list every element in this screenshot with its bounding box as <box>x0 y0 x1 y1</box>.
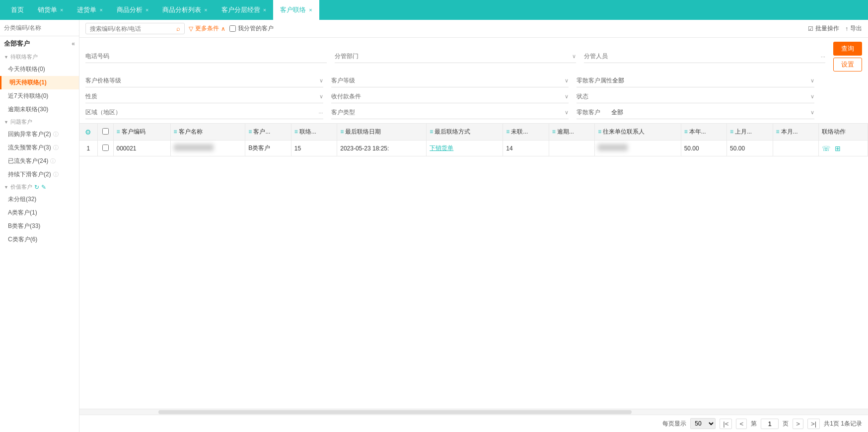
table-header: ⚙ ≡客户编码 ≡客户名称 ≡客户... ≡联络... ≡最后联络日期 ≡最后联… <box>79 124 868 141</box>
nav-customer-contact[interactable]: 客户联络 × <box>273 0 319 20</box>
th-checkbox[interactable] <box>97 124 113 141</box>
table-row: 1 000021 B类客户 15 2023-05-23 18:25: 下销货单 <box>79 141 868 156</box>
per-page-select[interactable]: 50 10 20 100 <box>690 418 716 429</box>
sidebar-item-class-b[interactable]: B类客户(33) <box>0 219 79 233</box>
first-page-button[interactable]: |< <box>720 419 732 429</box>
nav-product-analysis-list[interactable]: 商品分析列表 × <box>155 0 214 20</box>
filter-retail-customer: 零散客户 全部 ∨ <box>577 106 814 119</box>
search-icon[interactable]: ⌕ <box>176 25 180 32</box>
info-icon: ⓘ <box>53 171 59 178</box>
sidebar-item-lost-warning[interactable]: 流失预警客户(3) ⓘ <box>0 141 79 154</box>
chevron-down-icon: ∨ <box>565 109 569 116</box>
sidebar-item-tomorrow[interactable]: 明天待联络(1) <box>0 76 79 89</box>
close-icon[interactable]: × <box>145 7 148 13</box>
horizontal-scrollbar[interactable] <box>79 409 868 415</box>
filter-button[interactable]: ▽ 更多条件 ∧ <box>189 24 225 33</box>
sidebar-item-overdue[interactable]: 逾期未联络(30) <box>0 103 79 116</box>
th-last-contact-date: ≡最后联络日期 <box>337 124 427 141</box>
total-label: 共1页 1条记录 <box>824 420 862 428</box>
filter-phone-input[interactable] <box>120 53 327 60</box>
th-gear[interactable]: ⚙ <box>79 124 97 141</box>
info-icon: ⓘ <box>50 157 56 165</box>
my-customer-checkbox-label[interactable]: 我分管的客户 <box>229 24 274 33</box>
sidebar-item-lost[interactable]: 已流失客户(24) ⓘ <box>0 154 79 168</box>
th-action: 联络动作 <box>818 124 868 141</box>
sidebar-item-7days[interactable]: 近7天待联络(0) <box>0 89 79 103</box>
nav-home[interactable]: 首页 <box>4 0 31 20</box>
next-page-button[interactable]: > <box>793 419 803 429</box>
nav-product-analysis[interactable]: 商品分析 × <box>110 0 155 20</box>
close-icon[interactable]: × <box>309 7 312 13</box>
batch-button[interactable]: ☑ 批量操作 <box>808 24 839 33</box>
query-button[interactable]: 查询 <box>833 42 862 56</box>
last-page-button[interactable]: >| <box>807 419 820 429</box>
filter-dept-label: 分管部门 <box>335 52 369 61</box>
row-last-contact-method[interactable]: 下销货单 <box>427 141 503 156</box>
chevron-down-icon: ∨ <box>810 109 814 116</box>
row-select-checkbox[interactable] <box>102 144 109 151</box>
th-name: ≡客户名称 <box>170 124 245 141</box>
customer-name-blurred <box>174 144 214 151</box>
gear-icon[interactable]: ⚙ <box>85 128 91 136</box>
checkbox-icon: ☑ <box>808 25 813 32</box>
row-index: 1 <box>79 141 97 156</box>
sidebar-all-customers[interactable]: 全部客户 « <box>0 36 79 51</box>
th-type: ≡客户... <box>245 124 291 141</box>
main-layout: ⌕ 全部客户 « 待联络客户 今天待联络(0) 明天待联络(1) 近7天待联络(… <box>0 20 868 432</box>
sidebar-item-repurchase-abnormal[interactable]: 回购异常客户(2) ⓘ <box>0 128 79 141</box>
close-icon[interactable]: × <box>60 7 63 13</box>
sidebar: ⌕ 全部客户 « 待联络客户 今天待联络(0) 明天待联络(1) 近7天待联络(… <box>0 20 79 432</box>
filter-nature: 性质 ∨ <box>85 90 323 103</box>
nav-sales[interactable]: 销货单 × <box>31 0 70 20</box>
page-input[interactable] <box>761 419 779 429</box>
row-unit-contact <box>595 141 681 156</box>
close-icon[interactable]: × <box>263 7 266 13</box>
filter-status-label: 状态 <box>577 92 611 101</box>
my-customer-checkbox[interactable] <box>229 25 236 32</box>
close-icon[interactable]: × <box>99 7 102 13</box>
table-area: ⚙ ≡客户编码 ≡客户名称 ≡客户... ≡联络... ≡最后联络日期 ≡最后联… <box>79 124 868 409</box>
grid-icon[interactable]: ⊞ <box>835 144 841 152</box>
nav-customer-tier[interactable]: 客户分层经营 × <box>215 0 273 20</box>
batch-label: 批量操作 <box>815 24 839 33</box>
chevron-down-icon: ∨ <box>319 77 323 84</box>
filter-customer-type-label: 客户类型 <box>331 108 366 117</box>
sidebar-search-input[interactable] <box>4 24 78 31</box>
filter-price-level-label: 客户价格等级 <box>85 76 121 85</box>
prev-page-button[interactable]: < <box>736 419 747 429</box>
row-this-month <box>773 141 818 156</box>
export-label: 导出 <box>850 24 862 33</box>
content-area: ⌕ ▽ 更多条件 ∧ 我分管的客户 ☑ 批量操作 ↑ 导出 <box>79 20 868 432</box>
export-icon: ↑ <box>845 25 848 32</box>
reset-button[interactable]: 设置 <box>833 58 862 72</box>
filter-payment: 收付款条件 ∨ <box>331 90 569 103</box>
refresh-icon[interactable]: ↻ <box>34 184 39 191</box>
phone-icon[interactable]: ☏ <box>822 144 831 152</box>
sidebar-item-declining[interactable]: 持续下滑客户(2) ⓘ <box>0 168 79 181</box>
close-icon[interactable]: × <box>204 7 207 13</box>
nav-purchase[interactable]: 进货单 × <box>70 0 109 20</box>
footer: 每页显示 50 10 20 100 |< < 第 页 > >| 共1页 1条记录 <box>79 415 868 432</box>
sidebar-item-ungrouped[interactable]: 未分组(32) <box>0 193 79 206</box>
sidebar-item-class-a[interactable]: A类客户(1) <box>0 206 79 219</box>
chevron-down-icon: ∨ <box>565 93 569 100</box>
sidebar-item-today[interactable]: 今天待联络(0) <box>0 63 79 76</box>
filter-phone: 电话号码 <box>85 50 327 63</box>
sidebar-item-class-c[interactable]: C类客户(6) <box>0 233 79 246</box>
filter-nature-label: 性质 <box>85 92 120 101</box>
search-input[interactable] <box>90 25 176 32</box>
contact-method-link[interactable]: 下销货单 <box>430 144 453 151</box>
select-all-checkbox[interactable] <box>102 128 109 135</box>
chevron-down-icon: ∨ <box>565 77 569 84</box>
filter-customer-level: 客户等级 ∨ <box>331 74 569 87</box>
row-this-year: 50.00 <box>681 141 726 156</box>
filter-panel: 电话号码 分管部门 ∨ 分管人员 ··· 查询 设置 <box>79 38 868 124</box>
row-checkbox[interactable] <box>97 141 113 156</box>
filter-region-label: 区域（地区） <box>85 108 121 117</box>
unit-contact-blurred <box>598 144 628 151</box>
top-navigation: 首页 销货单 × 进货单 × 商品分析 × 商品分析列表 × 客户分层经营 × … <box>0 0 868 20</box>
edit-icon[interactable]: ✎ <box>41 184 46 191</box>
export-button[interactable]: ↑ 导出 <box>845 24 862 33</box>
filter-row-1: 电话号码 分管部门 ∨ 分管人员 ··· 查询 设置 <box>85 42 862 72</box>
filter-payment-label: 收付款条件 <box>331 92 366 101</box>
